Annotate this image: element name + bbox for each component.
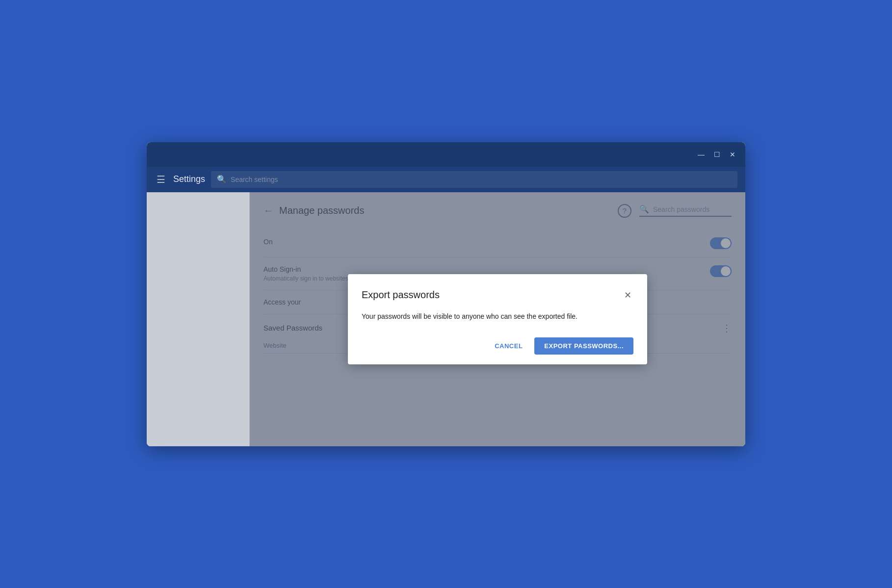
minimize-button[interactable]: — — [694, 148, 708, 161]
settings-title: Settings — [173, 174, 205, 184]
dialog-title: Export passwords — [362, 289, 440, 301]
dialog-header: Export passwords ✕ — [362, 288, 633, 303]
menu-icon[interactable]: ☰ — [155, 172, 167, 187]
dialog-overlay: Export passwords ✕ Your passwords will b… — [250, 192, 745, 446]
toolbar: ☰ Settings 🔍 — [147, 167, 745, 192]
main-area: ← Manage passwords ? 🔍 On — [147, 192, 745, 446]
title-bar-controls: — ☐ ✕ — [694, 148, 739, 161]
browser-window: — ☐ ✕ ☰ Settings 🔍 ← Manage passwords — [147, 142, 745, 446]
cancel-button[interactable]: CANCEL — [487, 337, 530, 355]
search-settings-input[interactable] — [231, 176, 732, 183]
export-passwords-button[interactable]: EXPORT PASSWORDS... — [534, 337, 633, 355]
search-bar: 🔍 — [211, 171, 737, 188]
search-icon: 🔍 — [217, 175, 227, 184]
export-dialog: Export passwords ✕ Your passwords will b… — [348, 274, 647, 364]
title-bar: — ☐ ✕ — [147, 142, 745, 167]
dialog-close-button[interactable]: ✕ — [622, 288, 633, 303]
maximize-button[interactable]: ☐ — [710, 148, 724, 161]
content-area: ← Manage passwords ? 🔍 On — [250, 192, 745, 446]
close-button[interactable]: ✕ — [726, 148, 739, 161]
dialog-actions: CANCEL EXPORT PASSWORDS... — [362, 337, 633, 355]
dialog-body: Your passwords will be visible to anyone… — [362, 311, 633, 322]
sidebar — [147, 192, 250, 446]
